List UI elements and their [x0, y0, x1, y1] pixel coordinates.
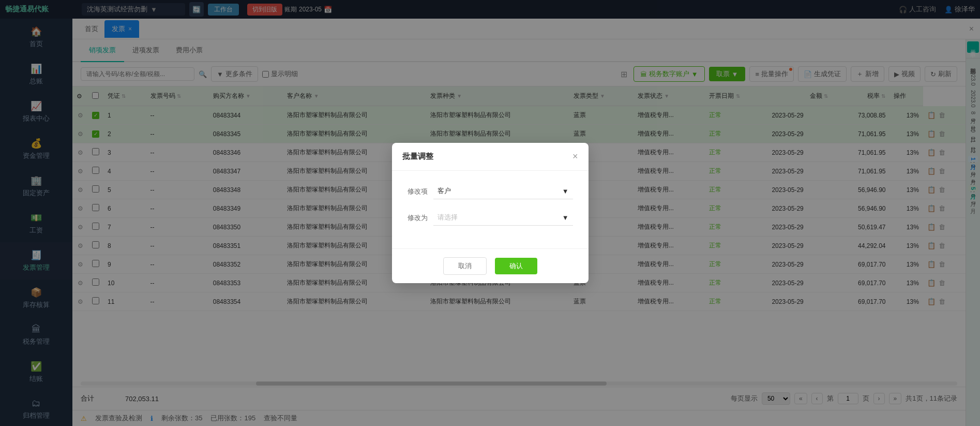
- modal-cancel-btn[interactable]: 取消: [443, 257, 487, 275]
- modal-header: 批量调整 ×: [392, 143, 589, 171]
- modal-field-value: 客户: [438, 186, 451, 196]
- modal-value-row: 修改为 请选择 ▼: [408, 210, 573, 226]
- modal-body: 修改项 客户 ▼ 修改为 请选择 ▼: [392, 171, 589, 248]
- modal-field-row: 修改项 客户 ▼: [408, 183, 573, 199]
- modal-confirm-btn[interactable]: 确认: [495, 258, 537, 274]
- modal-close-btn[interactable]: ×: [572, 151, 578, 162]
- modal-value-select[interactable]: 请选择 ▼: [433, 210, 573, 226]
- modal-field-label: 修改项: [408, 187, 433, 196]
- modal-overlay: 批量调整 × 修改项 客户 ▼ 修改为 请选择 ▼ 取消 确认: [0, 0, 980, 426]
- batch-adjust-modal: 批量调整 × 修改项 客户 ▼ 修改为 请选择 ▼ 取消 确认: [392, 143, 589, 283]
- modal-footer: 取消 确认: [392, 248, 589, 283]
- modal-value-chevron-icon: ▼: [562, 214, 569, 222]
- modal-field-select[interactable]: 客户 ▼: [433, 183, 573, 199]
- modal-value-placeholder: 请选择: [438, 213, 458, 222]
- modal-value-label: 修改为: [408, 213, 433, 223]
- modal-title: 批量调整: [402, 152, 433, 161]
- modal-field-chevron-icon: ▼: [562, 187, 569, 195]
